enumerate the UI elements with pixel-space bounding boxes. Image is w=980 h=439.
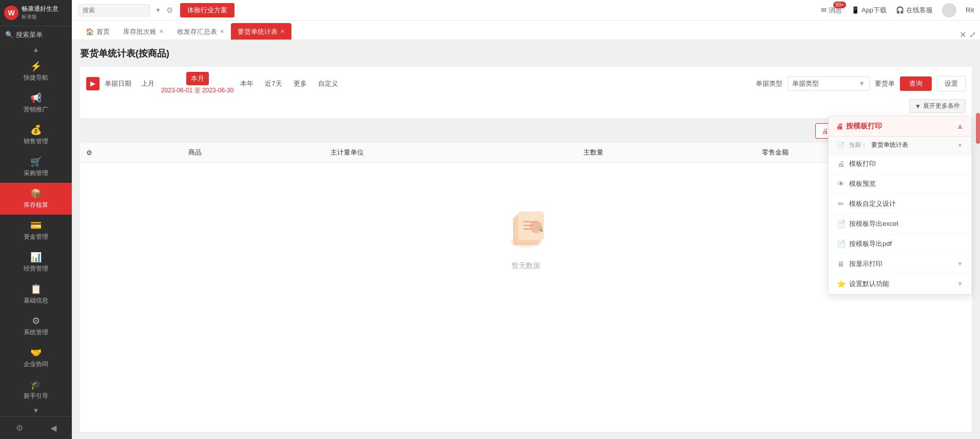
sidebar-footer: ⚙ ◀ <box>0 416 72 439</box>
this-month-group: 本月 2023-06-01 至 2023-06-30 <box>161 72 233 95</box>
finance-icon: 💳 <box>30 220 42 231</box>
svg-text:🔍: 🔍 <box>537 225 543 232</box>
dropdown-header: 🖨 按模板打印 ▲ <box>829 117 971 137</box>
sidebar-item-beginner[interactable]: 🎓 新手引导 <box>0 374 72 405</box>
sidebar-item-sales[interactable]: 💰 销售管理 <box>0 119 72 151</box>
dropdown-item-template-preview[interactable]: 👁 模板预览 <box>829 174 971 194</box>
settings-btn[interactable]: ⚙ <box>14 421 25 435</box>
search-icon: 🔍 <box>5 31 13 39</box>
print-icon: 🖨 <box>822 127 829 135</box>
dropdown-title-group: 🖨 按模板打印 <box>836 122 882 131</box>
tab-receipt-summary[interactable]: 收发存汇总表 ✕ <box>170 23 231 40</box>
date-last-7-btn[interactable]: 近7天 <box>260 77 286 90</box>
topbar-gear-icon[interactable]: ⚙ <box>166 6 173 15</box>
sidebar-item-marketing[interactable]: 📢 营销推广 <box>0 87 72 119</box>
tab-close-receipt-summary[interactable]: ✕ <box>220 28 224 35</box>
date-this-year-btn[interactable]: 本年 <box>236 77 258 90</box>
tabs-right-controls: ✕ ⤢ <box>959 30 980 40</box>
dropdown-current-template[interactable]: 📄 当前： 要货单统计表 ▼ <box>829 137 971 154</box>
trial-industry-btn[interactable]: 体验行业方案 <box>180 3 234 17</box>
sidebar-item-enterprise[interactable]: 🤝 企业协同 <box>0 342 72 374</box>
user-avatar[interactable] <box>942 3 956 17</box>
sidebar-item-basic-info[interactable]: 📋 基础信息 <box>0 278 72 310</box>
tab-close-order-summary[interactable]: ✕ <box>280 28 285 35</box>
topbar-search-input[interactable] <box>78 4 150 16</box>
inventory-batch-label: 库存批次账 <box>123 27 156 36</box>
search-menu-btn[interactable]: 🔍 搜索菜单 <box>0 26 72 44</box>
date-custom-btn[interactable]: 自定义 <box>313 77 343 90</box>
set-default-icon: ⭐ <box>837 280 845 288</box>
sidebar-scroll-down[interactable]: ▼ <box>0 405 72 416</box>
empty-state-text: 暂无数据 <box>512 261 540 271</box>
template-design-icon: ✏ <box>837 200 845 208</box>
sidebar-item-system[interactable]: ⚙ 系统管理 <box>0 310 72 342</box>
online-service-btn[interactable]: 🎧 在线客服 <box>896 6 933 15</box>
filter-toggle-btn[interactable]: ▶ <box>86 77 100 90</box>
template-preview-icon: 👁 <box>837 180 845 188</box>
maximize-btn[interactable]: ⤢ <box>969 30 976 40</box>
dropdown-item-display-print[interactable]: 🖥 按显示打印 ▼ <box>829 254 971 274</box>
messages-btn[interactable]: ✉ 消息 99+ <box>821 6 842 15</box>
topbar-search-arrow[interactable]: ▼ <box>155 7 161 14</box>
order-type-value: 单据类型 <box>792 79 819 88</box>
sidebar-item-label: 系统管理 <box>24 328 48 337</box>
order-type-select[interactable]: 单据类型 ▼ <box>788 77 870 91</box>
display-print-icon: 🖥 <box>837 260 845 268</box>
scrollbar-thumb[interactable] <box>976 113 980 144</box>
date-this-month-btn[interactable]: 本月 <box>186 72 209 85</box>
expand-icon: ▼ <box>915 103 921 110</box>
dropdown-item-template-print[interactable]: 🖨 模板打印 <box>829 154 971 174</box>
sidebar-item-quick-nav[interactable]: ⚡ 快捷导航 <box>0 55 72 87</box>
date-last-month-btn[interactable]: 上月 <box>136 77 159 90</box>
sidebar-scroll-up[interactable]: ▲ <box>0 44 72 55</box>
column-unit: 主计量单位 <box>324 143 577 163</box>
tab-inventory-batch[interactable]: 库存批次账 ✕ <box>116 23 170 40</box>
order-type-arrow-icon: ▼ <box>858 80 865 87</box>
system-icon: ⚙ <box>32 315 40 327</box>
tab-home[interactable]: 🏠 首页 <box>79 23 116 40</box>
sidebar-item-label: 营销推广 <box>24 105 48 114</box>
query-btn[interactable]: 查询 <box>900 77 932 91</box>
home-icon: 🏠 <box>86 28 94 35</box>
tab-close-inventory-batch[interactable]: ✕ <box>159 28 164 35</box>
sidebar-item-operations[interactable]: 📊 经营管理 <box>0 246 72 278</box>
collapse-sidebar-btn[interactable]: ◀ <box>48 421 58 435</box>
dropdown-item-export-pdf[interactable]: 📄 按模板导出pdf <box>829 234 971 254</box>
dropdown-item-set-default[interactable]: ⭐ 设置默认功能 ▼ <box>829 274 971 294</box>
dropdown-item-export-excel[interactable]: 📄 按模板导出excel <box>829 214 971 234</box>
operations-icon: 📊 <box>30 252 42 263</box>
settings-btn[interactable]: 设置 <box>937 76 966 91</box>
filter-expand-row: ▼ 展开更多条件 <box>86 99 966 113</box>
beginner-icon: 🎓 <box>30 379 42 390</box>
sidebar: W 畅康通好生意 标准版 🔍 搜索菜单 ▲ ⚡ 快捷导航 📢 营销推广 💰 销售… <box>0 0 72 439</box>
dropdown-title: 按模板打印 <box>846 122 882 131</box>
close-all-tabs-btn[interactable]: ✕ <box>959 30 966 40</box>
sidebar-item-label: 经营管理 <box>24 264 48 273</box>
sidebar-item-inventory[interactable]: 📦 库存核算 <box>0 183 72 215</box>
order-type-label: 单据类型 <box>756 79 782 88</box>
export-excel-label: 按模板导出excel <box>849 219 898 228</box>
dropdown-close-btn[interactable]: ▲ <box>956 122 964 131</box>
expand-more-conditions-btn[interactable]: ▼ 展开更多条件 <box>909 99 966 113</box>
sidebar-item-purchase[interactable]: 🛒 采购管理 <box>0 151 72 183</box>
expand-label: 展开更多条件 <box>923 102 960 110</box>
page-content: 要货单统计表(按商品) ▶ 单据日期 上月 本月 2023-06-01 至 20… <box>72 40 980 439</box>
order-summary-label: 要货单统计表 <box>238 27 278 36</box>
avatar-img <box>942 3 956 17</box>
set-default-arrow-icon: ▼ <box>957 280 963 288</box>
sidebar-item-finance[interactable]: 💳 资金管理 <box>0 215 72 246</box>
tab-order-summary[interactable]: 要货单统计表 ✕ <box>231 23 291 40</box>
inventory-icon: 📦 <box>30 188 42 199</box>
template-preview-label: 模板预览 <box>849 179 876 188</box>
date-more-btn[interactable]: 更多 <box>289 77 311 90</box>
empty-illustration: 🔍 <box>500 204 552 255</box>
sales-icon: 💰 <box>30 124 42 136</box>
main-content: ▼ ⚙ 体验行业方案 ✉ 消息 99+ 📱 App下载 🎧 在线客服 Rit <box>72 0 980 439</box>
column-gear[interactable]: ⚙ <box>80 143 182 163</box>
app-download-btn[interactable]: 📱 App下载 <box>851 6 887 15</box>
set-default-label: 设置默认功能 <box>849 279 889 289</box>
dropdown-item-template-design[interactable]: ✏ 模板自定义设计 <box>829 194 971 214</box>
current-template-icon: 📄 <box>837 142 845 149</box>
display-print-label: 按显示打印 <box>849 259 883 269</box>
date-filter-label: 单据日期 <box>105 79 131 88</box>
